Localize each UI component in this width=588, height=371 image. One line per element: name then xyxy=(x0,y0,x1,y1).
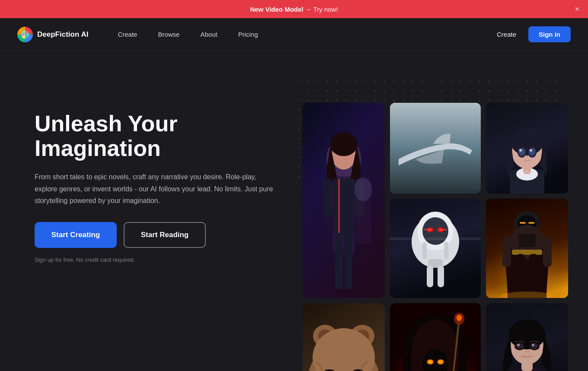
svg-point-38 xyxy=(519,149,522,152)
svg-rect-6 xyxy=(338,179,340,235)
svg-point-77 xyxy=(428,360,432,364)
signin-button[interactable]: Sign in xyxy=(528,26,571,42)
nav-create-button[interactable]: Create xyxy=(490,27,523,41)
svg-rect-23 xyxy=(422,242,427,259)
image-plane xyxy=(390,103,481,193)
svg-rect-24 xyxy=(444,242,448,259)
nav-link-create[interactable]: Create xyxy=(109,27,146,41)
svg-rect-5 xyxy=(334,179,354,235)
banner-text: New Video Model → Try now! xyxy=(250,6,338,13)
plane-svg xyxy=(390,103,481,193)
hero-buttons: Start Creating Start Reading xyxy=(35,222,303,248)
logo-icon-inner xyxy=(21,30,29,39)
start-creating-button[interactable]: Start Creating xyxy=(35,222,117,248)
image-dark-mage xyxy=(390,303,481,371)
image-gallery xyxy=(303,103,562,371)
svg-rect-27 xyxy=(390,238,481,240)
anime-girl-svg xyxy=(486,103,568,193)
image-woman-portrait xyxy=(486,303,568,371)
svg-rect-25 xyxy=(427,266,433,287)
svg-point-11 xyxy=(355,178,372,202)
svg-rect-48 xyxy=(512,250,542,255)
svg-rect-47 xyxy=(518,234,536,247)
svg-rect-7 xyxy=(323,179,333,218)
svg-rect-51 xyxy=(502,237,511,267)
hero-section: Unleash Your Imagination From short tale… xyxy=(0,51,588,371)
svg-rect-9 xyxy=(335,233,343,289)
nav-link-pricing[interactable]: Pricing xyxy=(230,27,267,41)
nav-link-browse[interactable]: Browse xyxy=(149,27,188,41)
image-woman-action xyxy=(303,103,385,298)
svg-point-96 xyxy=(531,343,538,349)
warrior-svg xyxy=(486,199,568,298)
svg-point-78 xyxy=(438,360,443,364)
banner-close-button[interactable]: × xyxy=(575,5,579,14)
logo[interactable]: DeepFiction AI xyxy=(17,27,88,42)
svg-point-17 xyxy=(422,217,448,245)
start-reading-button[interactable]: Start Reading xyxy=(124,222,206,248)
logo-text: DeepFiction AI xyxy=(37,30,88,39)
svg-rect-45 xyxy=(528,222,534,224)
logo-icon xyxy=(17,27,33,42)
svg-point-33 xyxy=(511,128,543,155)
svg-rect-52 xyxy=(543,237,552,267)
hero-title: Unleash Your Imagination xyxy=(35,111,303,161)
hero-left: Unleash Your Imagination From short tale… xyxy=(35,77,303,263)
navbar: DeepFiction AI Create Browse About Prici… xyxy=(0,18,588,51)
hero-description: From short tales to epic novels, craft a… xyxy=(35,171,277,206)
nav-links: Create Browse About Pricing xyxy=(109,27,490,41)
image-astronaut xyxy=(390,199,481,298)
image-anime-girl xyxy=(486,103,568,193)
woman-action-svg xyxy=(303,103,385,298)
svg-point-36 xyxy=(519,148,525,155)
banner-link[interactable]: Try now! xyxy=(313,6,338,13)
svg-point-95 xyxy=(516,343,523,349)
nav-actions: Create Sign in xyxy=(490,26,571,42)
svg-point-39 xyxy=(530,149,532,152)
svg-rect-12 xyxy=(355,200,371,244)
svg-rect-49 xyxy=(516,254,525,293)
svg-rect-44 xyxy=(520,222,526,224)
svg-rect-10 xyxy=(345,233,352,289)
nav-link-about[interactable]: About xyxy=(192,27,226,41)
woman-portrait-svg xyxy=(486,303,568,371)
svg-point-97 xyxy=(517,344,520,346)
svg-point-82 xyxy=(457,315,462,321)
svg-point-4 xyxy=(330,132,358,156)
hero-note: Sign up for free. No credit card require… xyxy=(35,257,303,263)
dark-mage-svg xyxy=(390,303,481,371)
svg-rect-50 xyxy=(529,254,538,293)
image-bear xyxy=(303,303,385,371)
top-banner: New Video Model → Try now! × xyxy=(0,0,588,18)
image-warrior xyxy=(486,199,568,298)
astronaut-svg xyxy=(390,199,481,298)
hero-image-grid xyxy=(294,77,562,371)
bear-svg xyxy=(303,303,385,371)
svg-point-98 xyxy=(532,344,534,346)
svg-rect-26 xyxy=(438,266,444,287)
